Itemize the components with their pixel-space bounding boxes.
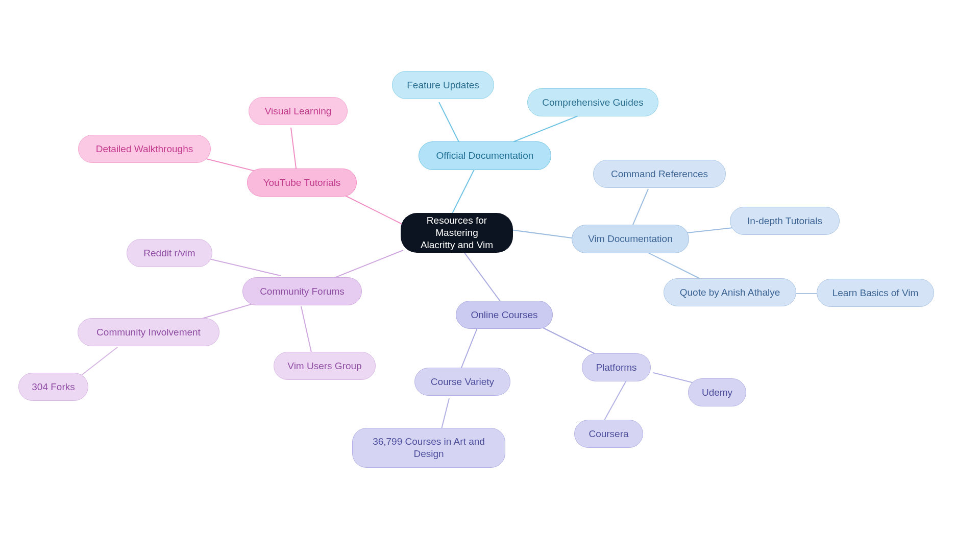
node-comprehensive-guides[interactable]: Comprehensive Guides <box>527 88 658 116</box>
label: Coursera <box>589 428 628 440</box>
node-community-involvement[interactable]: Community Involvement <box>78 318 219 346</box>
svg-line-12 <box>602 378 628 424</box>
label: In-depth Tutorials <box>747 215 822 227</box>
label: Learn Basics of Vim <box>832 287 919 299</box>
node-vim-users-group[interactable]: Vim Users Group <box>274 352 376 380</box>
node-community-forums[interactable]: Community Forums <box>242 277 362 305</box>
node-visual-learning[interactable]: Visual Learning <box>249 97 348 125</box>
svg-line-6 <box>510 112 587 143</box>
svg-line-7 <box>633 189 648 225</box>
node-online-courses[interactable]: Online Courses <box>456 301 553 329</box>
node-learn-basics-vim[interactable]: Learn Basics of Vim <box>817 279 934 307</box>
label: 36,799 Courses in Art and Design <box>373 436 485 460</box>
center-label: Resources for Mastering Alacritty and Vi… <box>413 214 501 251</box>
node-vim-documentation[interactable]: Vim Documentation <box>572 225 689 253</box>
label: Online Courses <box>471 309 538 321</box>
node-course-count[interactable]: 36,799 Courses in Art and Design <box>352 428 505 468</box>
svg-line-20 <box>291 128 296 169</box>
label: Comprehensive Guides <box>542 97 644 109</box>
label: Command References <box>611 168 708 180</box>
center-node[interactable]: Resources for Mastering Alacritty and Vi… <box>401 213 513 253</box>
svg-line-5 <box>439 102 459 143</box>
svg-line-0 <box>449 169 475 220</box>
label: YouTube Tutorials <box>263 177 341 189</box>
label: Official Documentation <box>436 150 534 162</box>
label: Visual Learning <box>265 105 332 117</box>
svg-line-14 <box>459 322 480 373</box>
node-feature-updates[interactable]: Feature Updates <box>392 71 494 99</box>
svg-line-2 <box>464 253 500 301</box>
label: Platforms <box>596 362 636 374</box>
label: Quote by Anish Athalye <box>680 286 780 299</box>
svg-line-18 <box>301 306 311 352</box>
label: Feature Updates <box>407 79 479 91</box>
node-official-documentation[interactable]: Official Documentation <box>419 141 551 170</box>
node-course-variety[interactable]: Course Variety <box>414 368 510 396</box>
label: Vim Users Group <box>287 360 361 372</box>
node-indepth-tutorials[interactable]: In-depth Tutorials <box>730 207 840 235</box>
node-udemy[interactable]: Udemy <box>688 378 746 406</box>
node-detailed-walkthroughs[interactable]: Detailed Walkthroughs <box>78 135 211 163</box>
node-reddit-rvim[interactable]: Reddit r/vim <box>127 239 212 267</box>
svg-line-3 <box>327 250 403 281</box>
label: Vim Documentation <box>588 233 672 245</box>
label: Community Involvement <box>96 326 201 339</box>
mindmap-canvas: Resources for Mastering Alacritty and Vi… <box>0 0 980 553</box>
label: 304 Forks <box>32 381 75 393</box>
node-coursera[interactable]: Coursera <box>574 420 643 448</box>
label: Course Variety <box>431 376 494 388</box>
node-forks[interactable]: 304 Forks <box>18 373 88 401</box>
label: Udemy <box>702 387 732 399</box>
node-quote-anish[interactable]: Quote by Anish Athalye <box>664 278 796 306</box>
node-youtube-tutorials[interactable]: YouTube Tutorials <box>247 169 357 197</box>
node-platforms[interactable]: Platforms <box>582 353 651 381</box>
label: Detailed Walkthroughs <box>96 143 193 155</box>
label: Community Forums <box>260 285 345 298</box>
node-command-references[interactable]: Command References <box>593 160 726 188</box>
label: Reddit r/vim <box>143 247 195 259</box>
